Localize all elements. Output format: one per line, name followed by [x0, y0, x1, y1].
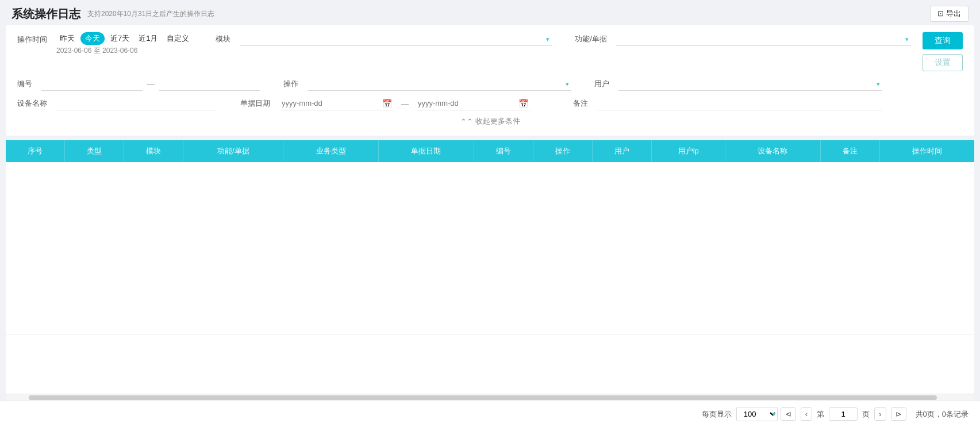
export-button[interactable]: ⊡ 导出: [930, 6, 969, 22]
page-end-label: 页: [862, 409, 870, 420]
user-select[interactable]: [618, 77, 882, 91]
time-label: 操作时间: [17, 34, 52, 45]
calendar-to-icon[interactable]: 📅: [518, 99, 528, 108]
total-text: 共0页，0条记录: [916, 409, 969, 420]
col-doc-date: 单据日期: [379, 140, 474, 162]
time-btn-custom[interactable]: 自定义: [163, 32, 193, 45]
page-subtitle: 支持2020年10月31日之后产生的操作日志: [87, 9, 214, 19]
module-label: 模块: [216, 34, 235, 44]
per-page-label: 每页显示: [702, 409, 732, 420]
horizontal-scrollbar[interactable]: [6, 394, 974, 401]
collapse-text: 收起更多条件: [475, 116, 520, 126]
device-label: 设备名称: [17, 98, 52, 109]
page-label: 第: [817, 409, 824, 420]
date-dash: —: [401, 99, 409, 108]
number-to-input[interactable]: [159, 77, 260, 91]
col-seq: 序号: [6, 140, 64, 162]
date-to-input[interactable]: [416, 97, 531, 110]
module-select[interactable]: [240, 32, 552, 46]
time-btn-yesterday[interactable]: 昨天: [56, 32, 78, 45]
scroll-thumb[interactable]: [29, 395, 937, 400]
date-from-input[interactable]: [279, 97, 394, 110]
collapse-chevron-icon: ⌃⌃: [460, 117, 473, 126]
operation-select[interactable]: [308, 77, 571, 91]
first-page-button[interactable]: ⊲: [781, 407, 796, 421]
remark-label: 备注: [573, 98, 593, 109]
col-number: 编号: [474, 140, 533, 162]
per-page-select[interactable]: 50 100 200 500: [736, 407, 778, 421]
empty-row: [6, 162, 974, 334]
col-device: 设备名称: [725, 140, 820, 162]
table-body: [6, 162, 974, 334]
last-page-button[interactable]: ⊳: [891, 407, 906, 421]
col-remark: 备注: [820, 140, 879, 162]
col-type: 类型: [64, 140, 124, 162]
collapse-button[interactable]: ⌃⌃ 收起更多条件: [460, 116, 520, 126]
settings-button[interactable]: 设置: [923, 54, 963, 71]
col-biz-type: 业务类型: [283, 140, 379, 162]
number-from-input[interactable]: [41, 77, 143, 91]
function-select[interactable]: [616, 32, 911, 46]
calendar-from-icon[interactable]: 📅: [382, 99, 392, 108]
collapse-bar: ⌃⌃ 收起更多条件: [17, 113, 963, 129]
time-btn-7days[interactable]: 近7天: [107, 32, 133, 45]
data-table: 序号 类型 模块 功能/单据 业务类型 单据日期 编号 操作 用户 用户ip 设…: [6, 140, 974, 335]
col-module: 模块: [124, 140, 183, 162]
col-op-time: 操作时间: [879, 140, 974, 162]
time-btn-group: 昨天 今天 近7天 近1月 自定义: [56, 32, 193, 45]
user-label: 用户: [594, 79, 614, 89]
number-label: 编号: [17, 79, 37, 89]
empty-cell: [6, 162, 974, 334]
page-number-input[interactable]: [829, 407, 858, 421]
number-dash: —: [147, 80, 155, 89]
date-label: 单据日期: [240, 98, 275, 109]
pagination-bar: 每页显示 50 100 200 500 ▾ ⊲ ‹ 第 页 › ⊳ 共0页，0条…: [0, 401, 980, 427]
col-user-ip: 用户ip: [652, 140, 725, 162]
action-buttons: 查询 设置: [923, 32, 963, 71]
query-button[interactable]: 查询: [923, 32, 963, 49]
prev-page-button[interactable]: ‹: [801, 407, 812, 421]
col-user: 用户: [593, 140, 652, 162]
operation-label: 操作: [283, 79, 303, 89]
time-btn-today[interactable]: 今天: [80, 32, 105, 45]
function-label: 功能/单据: [575, 34, 612, 44]
remark-input[interactable]: [597, 97, 883, 110]
device-input[interactable]: [56, 97, 217, 110]
table-header: 序号 类型 模块 功能/单据 业务类型 单据日期 编号 操作 用户 用户ip 设…: [6, 140, 974, 162]
filter-panel: 操作时间 昨天 今天 近7天 近1月 自定义 2023-06-06 至 2023…: [6, 25, 974, 136]
page-title: 系统操作日志: [11, 6, 80, 22]
time-range: 2023-06-06 至 2023-06-06: [56, 46, 193, 56]
next-page-button[interactable]: ›: [874, 407, 886, 421]
time-btn-1month[interactable]: 近1月: [135, 32, 161, 45]
col-function: 功能/单据: [183, 140, 283, 162]
col-operation: 操作: [533, 140, 592, 162]
main-content: 序号 类型 模块 功能/单据 业务类型 单据日期 编号 操作 用户 用户ip 设…: [6, 140, 974, 394]
